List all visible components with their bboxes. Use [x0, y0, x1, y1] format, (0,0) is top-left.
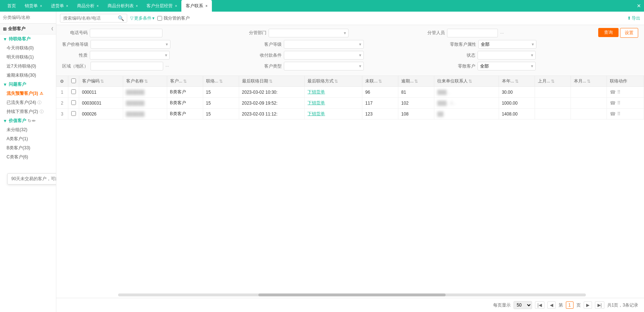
dept-select[interactable]: ▾	[269, 29, 349, 37]
sidebar-item-declining[interactable]: 持续下滑客户(2) ⓘ	[0, 107, 56, 116]
filter-row-1: 电话号码 分管部门 ▾ 分管人员 ··· 查询 设置	[62, 28, 638, 38]
row-2-last-method[interactable]: 下销货单	[305, 98, 362, 109]
tab-customer-tier-close[interactable]: ×	[175, 4, 177, 8]
col-last-month[interactable]: 上月... ⇅	[535, 76, 571, 87]
tab-goods-analysis[interactable]: 商品分析 ×	[73, 0, 103, 12]
filter-field-gender: 性质 ▾	[62, 51, 250, 60]
row-checkbox-2[interactable]	[68, 98, 79, 109]
row-3-last-method[interactable]: 下销货单	[305, 109, 362, 119]
payment-select[interactable]: ▾	[284, 51, 364, 60]
row-1-contact-icon[interactable]: ☎	[610, 89, 616, 95]
more-conditions-button[interactable]: ▽ 更多条件 ▾	[130, 15, 154, 21]
sidebar-item-churned[interactable]: 已流失客户(24) ⓘ	[0, 98, 56, 107]
col-name[interactable]: 客户名称 ⇅	[123, 76, 167, 87]
zero-attr-select[interactable]: 全部 ▾	[478, 40, 536, 49]
export-button[interactable]: ⬆ 导出	[627, 15, 640, 21]
customer-level-select[interactable]: ▾	[284, 40, 364, 49]
sidebar-item-c-class[interactable]: C类客户(6)	[0, 153, 56, 162]
col-current-year[interactable]: 本年... ⇅	[499, 76, 535, 87]
sidebar-section-pending[interactable]: ▼ 待联络客户	[0, 35, 56, 44]
row-1-name[interactable]: ██████	[123, 87, 167, 98]
row-1-last-method[interactable]: 下销货单	[305, 87, 362, 98]
tab-purchase-close[interactable]: ×	[66, 4, 68, 8]
query-button[interactable]: 查询	[598, 28, 619, 37]
edit-icon[interactable]: ✏	[32, 118, 36, 123]
first-page-button[interactable]: |◀	[535, 301, 544, 309]
row-3-checkbox[interactable]	[71, 111, 76, 116]
sidebar-item-overdue-pending[interactable]: 逾期未联络(30)	[0, 71, 56, 80]
tab-sales[interactable]: 销货单 ×	[20, 0, 47, 12]
sidebar-section-problem[interactable]: ▼ 问题客户	[0, 80, 56, 89]
refresh-icon[interactable]: ↻	[28, 118, 31, 123]
sidebar-section-value[interactable]: ▼ 价值客户 ↻ ✏	[0, 116, 56, 125]
col-last-date[interactable]: 最后联络日期 ⇅	[239, 76, 305, 87]
sidebar-item-ungroup[interactable]: 未分组(32)	[0, 125, 56, 134]
my-customers-checkbox[interactable]	[157, 16, 162, 21]
sidebar-item-churn-warning[interactable]: 流失预警客户(3) ⚠	[0, 89, 56, 98]
search-input[interactable]	[63, 16, 118, 21]
row-2-method-link[interactable]: 下销货单	[307, 100, 325, 105]
sidebar-item-7days-pending[interactable]: 近7天待联络(0)	[0, 62, 56, 71]
row-1-more-icon[interactable]: ⠿	[617, 89, 621, 95]
customer-type-select[interactable]: ▾	[284, 62, 364, 70]
row-2-checkbox[interactable]	[71, 100, 76, 105]
row-3-method-link[interactable]: 下销货单	[307, 111, 325, 116]
search-button[interactable]: 🔍	[118, 15, 124, 21]
tab-goods-analysis-close[interactable]: ×	[97, 4, 99, 8]
sidebar-item-b-class[interactable]: B类客户(33)	[0, 143, 56, 153]
col-overdue[interactable]: 逾期... ⇅	[398, 76, 434, 87]
collapse-icon[interactable]: 《	[49, 27, 53, 32]
tab-goods-list[interactable]: 商品分析列表 ×	[103, 0, 142, 12]
tab-customer-tier[interactable]: 客户分层经营 ×	[142, 0, 181, 12]
select-all-checkbox[interactable]	[71, 78, 76, 83]
row-2-contact-icon[interactable]: ☎	[610, 100, 616, 106]
phone-input[interactable]	[90, 29, 162, 37]
tab-goods-list-close[interactable]: ×	[136, 4, 138, 8]
col-contact-label: 联络...	[206, 78, 218, 84]
gender-select[interactable]: ▾	[90, 51, 170, 60]
sidebar-item-today-pending[interactable]: 今天待联络(0)	[0, 44, 56, 53]
settings-col-header[interactable]: ⚙	[56, 76, 68, 87]
my-customers-checkbox-area[interactable]: 我分管的客户	[157, 15, 190, 21]
row-3-name[interactable]: ██████	[123, 109, 167, 119]
tab-customer-contact[interactable]: 客户联系 ×	[181, 0, 212, 12]
row-3-contact-icon[interactable]: ☎	[610, 111, 616, 117]
row-1-checkbox[interactable]	[71, 89, 76, 94]
region-dots[interactable]: ···	[165, 64, 169, 69]
col-not-contacted[interactable]: 未联... ⇅	[362, 76, 398, 87]
col-current-month[interactable]: 本月... ⇅	[571, 76, 607, 87]
sidebar-search-input[interactable]	[3, 15, 56, 20]
row-2-name[interactable]: ██████	[123, 98, 167, 109]
prev-page-button[interactable]: ◀	[547, 301, 556, 309]
sidebar-item-tomorrow-pending[interactable]: 明天待联络(1)	[0, 53, 56, 62]
per-page-select[interactable]: 50 20 100	[514, 301, 532, 309]
all-customers-header[interactable]: ⊞ 全部客户 《	[0, 24, 56, 35]
col-last-method[interactable]: 最后联络方式 ⇅	[305, 76, 362, 87]
col-unit-contact[interactable]: 往来单位联系人 ⇅	[434, 76, 499, 87]
status-select[interactable]: ▾	[478, 51, 536, 60]
tab-home[interactable]: 首页	[3, 0, 20, 12]
price-level-arrow: ▾	[166, 42, 168, 47]
checkbox-col-header[interactable]	[68, 76, 79, 87]
tab-purchase[interactable]: 进货单 ×	[47, 0, 73, 12]
settings-button[interactable]: 设置	[620, 28, 638, 38]
row-checkbox-3[interactable]	[68, 109, 79, 119]
manager-input[interactable]	[447, 29, 498, 37]
col-code[interactable]: 客户编码 ⇅	[79, 76, 123, 87]
tab-sales-close[interactable]: ×	[40, 4, 42, 8]
manager-dots[interactable]: ···	[500, 31, 504, 36]
next-page-button[interactable]: ▶	[584, 301, 592, 309]
tab-customer-contact-close[interactable]: ×	[205, 4, 208, 8]
row-1-method-link[interactable]: 下销货单	[307, 89, 325, 94]
zero-customer-select[interactable]: 全部 ▾	[478, 62, 536, 70]
last-page-button[interactable]: ▶|	[595, 301, 604, 309]
region-input[interactable]	[90, 62, 163, 70]
col-type[interactable]: 客户... ⇅	[167, 76, 203, 87]
price-level-select[interactable]: ▾	[90, 40, 170, 49]
row-2-more-icon[interactable]: ⠿	[617, 100, 621, 106]
col-contact[interactable]: 联络... ⇅	[203, 76, 239, 87]
row-checkbox-1[interactable]	[68, 87, 79, 98]
row-3-more-icon[interactable]: ⠿	[617, 111, 621, 117]
close-window-button[interactable]: ✕	[637, 3, 641, 9]
sidebar-item-a-class[interactable]: A类客户(1)	[0, 134, 56, 143]
